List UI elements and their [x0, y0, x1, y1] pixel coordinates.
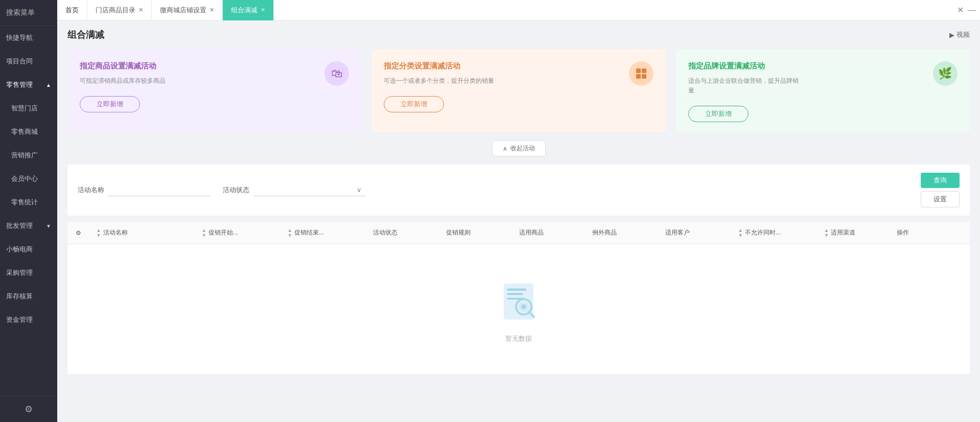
svg-point-11 [521, 304, 526, 310]
close-icon[interactable]: ✕ [138, 7, 143, 13]
promo-card-category-title: 指定分类设置满减活动 [384, 61, 653, 71]
window-close-icon[interactable]: ✕ [957, 5, 964, 15]
sidebar-item-member-center[interactable]: 会员中心 [0, 167, 57, 191]
th-except: 例外商品 [588, 228, 661, 237]
promo-card-category-btn[interactable]: 立即新增 [384, 96, 444, 112]
video-link[interactable]: ▶ 视频 [949, 30, 970, 39]
sidebar-item-label: 智慧门店 [11, 104, 38, 113]
promo-card-category-desc: 可选一个或者多个分类，提升分类的销量 [384, 76, 496, 86]
svg-rect-3 [642, 74, 646, 79]
th-channel[interactable]: ▲▼ 适用渠道 [820, 228, 893, 238]
settings-icon[interactable]: ⚙ [25, 404, 33, 415]
sidebar-item-smart-store[interactable]: 智慧门店 [0, 97, 57, 120]
promo-card-product-desc: 可指定滞销商品或库存较多商品 [80, 76, 192, 86]
promo-card-brand-btn[interactable]: 立即新增 [688, 106, 749, 122]
tab-store-catalog-label: 门店商品目录 [96, 6, 135, 15]
sidebar-item-xiaochang-ecom[interactable]: 小畅电商 [0, 238, 57, 261]
th-nosame[interactable]: ▲▼ 不允许同时... [734, 228, 820, 238]
svg-rect-6 [507, 293, 524, 295]
sidebar-item-label: 库存核算 [6, 292, 33, 301]
sidebar-search[interactable]: 搜索菜单 [0, 0, 57, 26]
sidebar-item-label: 项目合同 [6, 57, 33, 66]
th-status-label: 活动状态 [373, 228, 398, 237]
chevron-down-icon: ▼ [46, 223, 51, 229]
th-customer-label: 适用客户 [665, 228, 690, 237]
th-customer: 适用客户 [661, 228, 734, 237]
svg-rect-2 [636, 74, 641, 79]
sidebar-bottom: ⚙ [0, 396, 57, 422]
th-ops-label: 操作 [897, 228, 909, 237]
promo-card-brand: 🌿 指定品牌设置满减活动 适合与上游企业联合做营销，提升品牌销量 立即新增 [676, 49, 970, 132]
th-goods: 适用商品 [515, 228, 588, 237]
th-end[interactable]: ▲▼ 促销结束... [283, 228, 369, 238]
filter-name-input[interactable] [108, 184, 211, 196]
promo-card-brand-icon: 🌿 [933, 61, 958, 86]
promo-card-category-icon [629, 61, 654, 86]
tab-combo-discount[interactable]: 组合满减 ✕ [223, 0, 274, 20]
collapse-button[interactable]: ∧ 收起活动 [492, 140, 546, 156]
sort-icon: ▲▼ [824, 228, 829, 238]
sidebar-item-label: 采购管理 [6, 268, 33, 277]
tab-wechat-shop-settings[interactable]: 微商城店铺设置 ✕ [152, 0, 223, 20]
svg-rect-5 [507, 289, 527, 291]
sidebar-item-marketing[interactable]: 营销推广 [0, 144, 57, 167]
svg-rect-0 [636, 68, 641, 73]
chevron-down-icon: ∨ [357, 186, 362, 194]
sidebar-item-label: 批发管理 [6, 221, 33, 230]
sidebar-item-purchase-mgmt[interactable]: 采购管理 [0, 261, 57, 285]
sort-icon: ▲▼ [287, 228, 292, 238]
tab-store-catalog[interactable]: 门店商品目录 ✕ [87, 0, 152, 20]
empty-text: 暂无数据 [505, 334, 532, 343]
close-icon[interactable]: ✕ [209, 7, 214, 13]
query-button[interactable]: 查询 [921, 173, 960, 188]
promo-card-product-btn[interactable]: 立即新增 [80, 96, 140, 112]
collapse-row: ∧ 收起活动 [67, 140, 970, 156]
filter-status-label: 活动状态 [223, 185, 249, 195]
svg-rect-1 [642, 68, 646, 73]
chevron-up-icon: ▲ [46, 82, 51, 88]
filter-name-label: 活动名称 [78, 185, 104, 195]
sidebar-item-wholesale-mgmt[interactable]: 批发管理 ▼ [0, 214, 57, 238]
promo-card-product-title: 指定商品设置满减活动 [80, 61, 349, 71]
th-start[interactable]: ▲▼ 促销开始... [197, 228, 283, 238]
table-header: ⚙ ▲▼ 活动名称 ▲▼ 促销开始... ▲▼ 促销结束... 活动状态 [67, 222, 970, 244]
tab-home[interactable]: 首页 [57, 0, 87, 20]
empty-illustration [493, 275, 544, 326]
gear-icon: ⚙ [76, 229, 81, 237]
filter-status-select[interactable]: ∨ [253, 184, 366, 196]
sidebar-item-retail-mall[interactable]: 零售商城 [0, 120, 57, 144]
filter-name-item: 活动名称 [78, 184, 211, 196]
sidebar-item-retail-stats[interactable]: 零售统计 [0, 191, 57, 214]
tabs-bar: 首页 门店商品目录 ✕ 微商城店铺设置 ✕ 组合满减 ✕ ✕ — [57, 0, 980, 20]
sidebar-item-label: 零售管理 [6, 80, 33, 89]
sidebar-item-project-contract[interactable]: 项目合同 [0, 50, 57, 73]
chevron-up-icon: ∧ [503, 145, 507, 152]
video-label: 视频 [956, 30, 970, 39]
promo-card-product-icon: 🛍 [324, 61, 349, 86]
th-name[interactable]: ▲▼ 活动名称 [92, 228, 197, 238]
sidebar-item-finance-mgmt[interactable]: 资金管理 [0, 308, 57, 332]
sort-icon: ▲▼ [96, 228, 101, 238]
tabs-controls: ✕ — [957, 5, 980, 15]
settings-button[interactable]: 设置 [921, 191, 960, 207]
filter-status-item: 活动状态 ∨ [223, 184, 366, 196]
tab-combo-discount-label: 组合满减 [231, 6, 258, 15]
sidebar-item-label: 小畅电商 [6, 245, 33, 254]
sidebar-item-label: 零售商城 [11, 127, 38, 136]
window-minimize-icon[interactable]: — [968, 6, 976, 15]
sort-icon: ▲▼ [738, 228, 743, 238]
page-title: 组合满减 [67, 29, 104, 41]
th-start-label: 促销开始... [208, 228, 238, 237]
th-gear[interactable]: ⚙ [72, 229, 92, 237]
th-nosame-label: 不允许同时... [745, 228, 781, 237]
sidebar-item-inventory-calc[interactable]: 库存核算 [0, 285, 57, 308]
th-rule-label: 促销规则 [446, 228, 471, 237]
sidebar-item-retail-mgmt[interactable]: 零售管理 ▲ [0, 73, 57, 97]
th-channel-label: 适用渠道 [831, 228, 855, 237]
promo-cards-row: 🛍 指定商品设置满减活动 可指定滞销商品或库存较多商品 立即新增 指定分类设置满… [67, 49, 970, 132]
sidebar-item-label: 会员中心 [11, 174, 38, 183]
sidebar-item-quick-nav[interactable]: 快捷导航 [0, 26, 57, 50]
th-goods-label: 适用商品 [519, 228, 544, 237]
close-icon[interactable]: ✕ [261, 7, 265, 13]
th-rule: 促销规则 [442, 228, 515, 237]
